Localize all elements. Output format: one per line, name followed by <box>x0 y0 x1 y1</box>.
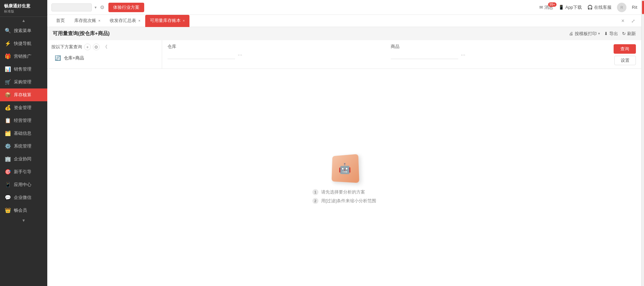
topbar-message[interactable]: ✉ 消息 99+ <box>539 4 553 10</box>
tab-batch-label: 库存批次账 <box>74 18 96 24</box>
topbar-search-input[interactable] <box>51 3 92 11</box>
sidebar-item-label: 销售管理 <box>14 66 31 72</box>
tab-home-label: 首页 <box>56 18 65 24</box>
add-scheme-button[interactable]: + <box>84 44 91 50</box>
empty-tip-1: 1 请先选择要分析的方案 <box>312 189 376 195</box>
sidebar-item-label: 系统管理 <box>14 143 31 149</box>
sidebar-item-operations[interactable]: 📋 经营管理 <box>0 114 47 127</box>
sidebar-item-label: 采购管理 <box>14 79 31 85</box>
lightning-icon: ⚡ <box>5 41 11 47</box>
scrollbar-thumb[interactable] <box>642 1 644 14</box>
sidebar-item-marketing[interactable]: 🎁 营销推广 <box>0 50 47 63</box>
tab-home[interactable]: 首页 <box>51 15 70 27</box>
search-icon: 🔍 <box>5 28 11 34</box>
tab-available-label: 可用量库存账本 <box>150 18 181 24</box>
warehouse-field-row: ··· <box>168 51 385 59</box>
sidebar-item-label: 企业协同 <box>14 156 31 162</box>
sidebar-scroll-down[interactable]: ▼ <box>0 217 47 224</box>
sidebar-item-label: 库存核算 <box>14 92 31 98</box>
tab-batch-close-icon[interactable]: × <box>98 19 100 23</box>
gift-icon: 🎁 <box>5 53 11 59</box>
phone-icon: 📱 <box>5 182 11 188</box>
topbar-app-download[interactable]: 📱 App下载 <box>559 4 582 10</box>
headset-icon: 🎧 <box>587 5 593 10</box>
tab-available[interactable]: 可用量库存账本 × <box>145 15 189 27</box>
tabs-right-actions: × ⤢ <box>619 17 637 25</box>
product-label: 商品 <box>391 44 609 50</box>
robot-icon: 🤖 <box>338 162 351 174</box>
logo-title: 畅康通好生意 <box>4 3 43 9</box>
main-content: ▾ ⚙ 体验行业方案 ✉ 消息 99+ 📱 App下载 🎧 在线客服 R Rit <box>47 0 641 286</box>
sidebar-item-label: 搜索菜单 <box>14 28 31 34</box>
export-button[interactable]: ⬇ 导出 <box>604 31 618 37</box>
sidebar-item-label: 新手引导 <box>14 169 31 175</box>
trial-button[interactable]: 体验行业方案 <box>108 3 144 12</box>
scheme-settings-button[interactable]: ⚙ <box>93 44 100 50</box>
folder-icon: 🗂️ <box>5 130 11 136</box>
query-button[interactable]: 查询 <box>614 44 636 54</box>
target-icon: 🎯 <box>5 169 11 175</box>
sidebar-item-label: 营销推广 <box>14 53 31 59</box>
product-input[interactable] <box>391 51 458 59</box>
chart-icon: 📊 <box>5 66 11 72</box>
sidebar-item-inventory[interactable]: 📦 库存核算 <box>0 88 47 101</box>
refresh-button[interactable]: ↻ 刷新 <box>622 31 636 37</box>
sidebar-item-label: 应用中心 <box>14 182 31 188</box>
tab-summary-close-icon[interactable]: × <box>138 19 140 23</box>
sidebar-logo: 畅康通好生意 标准版 <box>0 0 47 17</box>
refresh-icon: ↻ <box>622 31 626 36</box>
warehouse-more-icon[interactable]: ··· <box>238 52 242 58</box>
sidebar-item-label: 资金管理 <box>14 105 31 111</box>
scheme-icon: 🔄 <box>55 55 61 61</box>
export-label: 导出 <box>609 31 618 37</box>
sidebar-item-finance[interactable]: 💰 资金管理 <box>0 101 47 114</box>
building-icon: 🏢 <box>5 156 11 162</box>
tabs-expand-button[interactable]: ⤢ <box>629 18 637 24</box>
sidebar-item-purchase[interactable]: 🛒 采购管理 <box>0 76 47 88</box>
topbar-service[interactable]: 🎧 在线客服 <box>587 4 612 10</box>
cart-icon: 🛒 <box>5 79 11 85</box>
warehouse-field: 仓库 ··· <box>168 44 385 59</box>
empty-box: 🤖 <box>331 154 359 183</box>
avatar-initial: R <box>620 5 623 9</box>
topbar-gear-icon[interactable]: ⚙ <box>100 4 104 10</box>
chevron-down-icon[interactable]: ▾ <box>95 5 97 10</box>
sidebar-item-newguide[interactable]: 🎯 新手引导 <box>0 165 47 178</box>
tab-batch[interactable]: 库存批次账 × <box>70 15 105 27</box>
chat-icon: 💬 <box>5 194 11 201</box>
tab-summary-label: 收发存汇总表 <box>110 18 136 24</box>
right-scrollbar[interactable] <box>641 0 644 286</box>
sidebar-scroll-up[interactable]: ▲ <box>0 17 47 24</box>
warehouse-input[interactable] <box>168 51 235 59</box>
query-left-panel: 按以下方案查询 + ⚙ 《 🔄 仓库+商品 <box>47 40 162 69</box>
sidebar-item-vip[interactable]: 👑 畅会员 <box>0 204 47 217</box>
sidebar-item-appstore[interactable]: 📱 应用中心 <box>0 178 47 191</box>
sidebar-item-system[interactable]: ⚙️ 系统管理 <box>0 140 47 153</box>
sidebar-item-label: 畅会员 <box>14 207 27 213</box>
sidebar-item-wechat[interactable]: 💬 企业微信 <box>0 191 47 204</box>
print-button[interactable]: 🖨 按模板打印 ▾ <box>569 31 600 37</box>
sidebar-item-label: 经营管理 <box>14 118 31 124</box>
sidebar: 畅康通好生意 标准版 ▲ 🔍 搜索菜单 ⚡ 快捷导航 🎁 营销推广 📊 销售管理… <box>0 0 47 286</box>
logo-sub: 标准版 <box>4 9 43 14</box>
message-icon: ✉ <box>539 5 543 10</box>
sidebar-item-enterprise[interactable]: 🏢 企业协同 <box>0 153 47 165</box>
message-badge: 99+ <box>548 2 557 7</box>
sidebar-item-shortcut[interactable]: ⚡ 快捷导航 <box>0 37 47 50</box>
collapse-icon[interactable]: 《 <box>103 44 107 50</box>
page-title: 可用量查询(按仓库+商品) <box>53 30 110 37</box>
sidebar-item-basic[interactable]: 🗂️ 基础信息 <box>0 127 47 140</box>
sidebar-item-sales[interactable]: 📊 销售管理 <box>0 63 47 76</box>
product-more-icon[interactable]: ··· <box>461 52 465 58</box>
query-right-panel: 仓库 ··· 商品 ··· 查询 设置 <box>162 40 641 69</box>
empty-tips: 1 请先选择要分析的方案 2 用[过滤]条件来缩小分析范围 <box>312 189 376 204</box>
clipboard-icon: 📋 <box>5 118 11 124</box>
empty-tip-2: 2 用[过滤]条件来缩小分析范围 <box>312 198 376 204</box>
tab-available-close-icon[interactable]: × <box>183 19 185 23</box>
tabs-close-button[interactable]: × <box>619 17 626 25</box>
warehouse-label: 仓库 <box>168 44 385 50</box>
scheme-item-warehouse-product[interactable]: 🔄 仓库+商品 <box>51 53 158 63</box>
tab-summary[interactable]: 收发存汇总表 × <box>105 15 145 27</box>
settings-button[interactable]: 设置 <box>614 56 636 65</box>
sidebar-item-search[interactable]: 🔍 搜索菜单 <box>0 24 47 37</box>
